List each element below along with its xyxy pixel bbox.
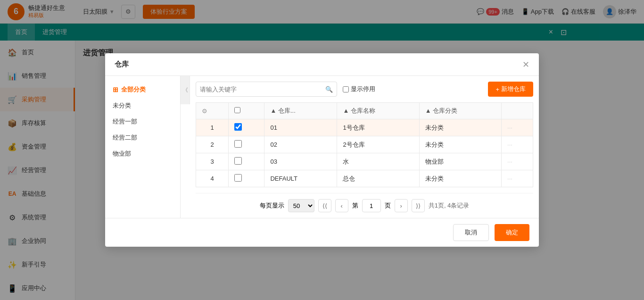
total-info: 共1页, 4条记录	[429, 201, 470, 210]
last-page-button[interactable]: ⟩⟩	[412, 199, 425, 212]
more-icon[interactable]: ···	[507, 175, 512, 182]
row-more-action[interactable]: ···	[502, 170, 533, 187]
row-name: 水	[337, 153, 419, 170]
search-input[interactable]	[200, 86, 325, 93]
row-number: 1	[196, 119, 229, 136]
collapse-sidebar-button[interactable]: 《	[181, 76, 190, 104]
row-code: 01	[264, 119, 337, 136]
row-checkbox-cell	[229, 119, 264, 136]
page-size-select[interactable]: 50 100 200	[288, 199, 314, 212]
row-checkbox-cell	[229, 170, 264, 187]
row-checkbox[interactable]	[234, 140, 242, 148]
add-warehouse-button[interactable]: + 新增仓库	[488, 82, 533, 97]
row-number: 2	[196, 136, 229, 153]
show-disabled-label: 显示停用	[351, 85, 375, 93]
col-action-header	[502, 103, 533, 119]
row-checkbox[interactable]	[234, 123, 242, 131]
modal-close-button[interactable]: ✕	[522, 59, 529, 70]
next-page-button[interactable]: ›	[395, 199, 408, 212]
row-name: 2号仓库	[337, 136, 419, 153]
row-code: 02	[264, 136, 337, 153]
row-more-action[interactable]: ···	[502, 136, 533, 153]
page-label: 第	[352, 201, 358, 210]
all-categories-button[interactable]: ⊞ 全部分类	[105, 82, 180, 98]
row-more-action[interactable]: ···	[502, 153, 533, 170]
add-icon: +	[495, 86, 499, 93]
cancel-button[interactable]: 取消	[453, 224, 489, 241]
modal-body: ⊞ 全部分类 未分类 经营一部 经营二部 物业部 《 🔍	[105, 76, 539, 218]
col-category-header[interactable]: ▲ 仓库分类	[419, 103, 501, 119]
add-label: 新增仓库	[501, 85, 526, 93]
row-checkbox-cell	[229, 153, 264, 170]
modal-overlay: 仓库 ✕ ⊞ 全部分类 未分类 经营一部 经营二部 物业部 《	[0, 0, 644, 300]
select-all-checkbox[interactable]	[234, 107, 240, 113]
warehouse-modal: 仓库 ✕ ⊞ 全部分类 未分类 经营一部 经营二部 物业部 《	[105, 53, 539, 247]
all-categories-label: 全部分类	[121, 85, 146, 94]
row-checkbox[interactable]	[234, 157, 242, 165]
pagination: 每页显示 50 100 200 ⟨⟨ ‹ 第 页 › ⟩⟩ 共1页, 4条记录	[196, 193, 533, 212]
row-category: 未分类	[419, 170, 501, 187]
table-row[interactable]: 1 01 1号仓库 未分类 ···	[196, 119, 533, 136]
row-number: 3	[196, 153, 229, 170]
row-number: 4	[196, 170, 229, 187]
category-sidebar: ⊞ 全部分类 未分类 经营一部 经营二部 物业部	[105, 76, 181, 218]
row-checkbox-cell	[229, 136, 264, 153]
table-row[interactable]: 3 03 水 物业部 ···	[196, 153, 533, 170]
category-item-unclassified[interactable]: 未分类	[105, 98, 180, 114]
col-code-header[interactable]: ▲ 仓库...	[264, 103, 337, 119]
modal-title: 仓库	[115, 60, 129, 69]
modal-header: 仓库 ✕	[105, 53, 539, 76]
grid-icon: ⊞	[113, 86, 118, 93]
row-more-action[interactable]: ···	[502, 119, 533, 136]
column-settings-icon[interactable]: ⚙	[202, 108, 207, 115]
search-box: 🔍	[196, 82, 337, 97]
col-checkbox-header	[229, 103, 264, 119]
row-category: 未分类	[419, 119, 501, 136]
first-page-button[interactable]: ⟨⟨	[318, 199, 331, 212]
category-item-ops1[interactable]: 经营一部	[105, 114, 180, 130]
row-code: 03	[264, 153, 337, 170]
table-area: 🔍 显示停用 + 新增仓库	[190, 76, 539, 218]
row-name: 1号仓库	[337, 119, 419, 136]
table-row[interactable]: 4 DEFAULT 总仓 未分类 ···	[196, 170, 533, 187]
show-disabled-toggle[interactable]: 显示停用	[343, 85, 375, 93]
confirm-button[interactable]: 确定	[495, 224, 529, 241]
row-category: 未分类	[419, 136, 501, 153]
col-name-header[interactable]: ▲ 仓库名称	[337, 103, 419, 119]
search-icon[interactable]: 🔍	[325, 86, 333, 93]
row-checkbox[interactable]	[234, 174, 242, 182]
more-icon[interactable]: ···	[507, 141, 512, 148]
table-toolbar: 🔍 显示停用 + 新增仓库	[196, 82, 533, 97]
row-code: DEFAULT	[264, 170, 337, 187]
col-settings: ⚙	[196, 103, 229, 119]
modal-footer: 取消 确定	[105, 218, 539, 247]
show-disabled-checkbox[interactable]	[343, 86, 349, 92]
more-icon[interactable]: ···	[507, 158, 512, 165]
row-name: 总仓	[337, 170, 419, 187]
row-category: 物业部	[419, 153, 501, 170]
category-item-ops2[interactable]: 经营二部	[105, 130, 180, 146]
prev-page-button[interactable]: ‹	[335, 199, 348, 212]
category-item-property[interactable]: 物业部	[105, 146, 180, 162]
more-icon[interactable]: ···	[507, 124, 512, 131]
page-suffix: 页	[385, 201, 391, 210]
warehouse-table: ⚙ ▲ 仓库... ▲ 仓库名称 ▲ 仓库分类	[196, 102, 533, 187]
page-number-input[interactable]	[362, 199, 381, 212]
table-row[interactable]: 2 02 2号仓库 未分类 ···	[196, 136, 533, 153]
page-size-label: 每页显示	[260, 201, 284, 210]
